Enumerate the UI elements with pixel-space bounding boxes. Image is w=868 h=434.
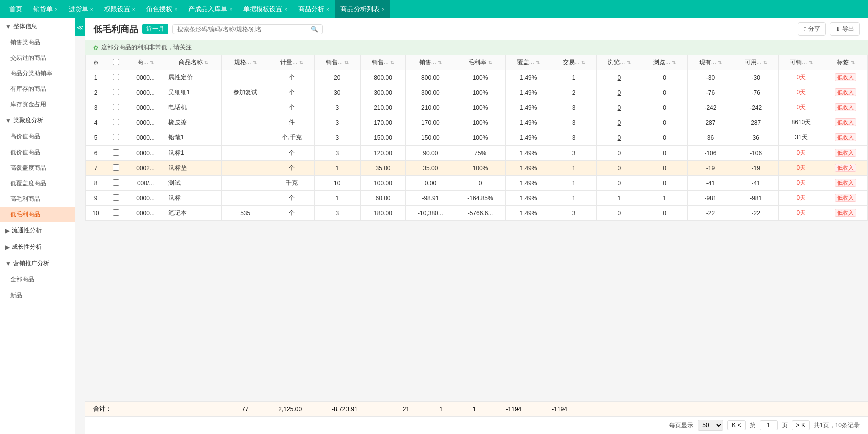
sidebar-section-circulation[interactable]: ▶ 流通性分析 — [0, 222, 75, 239]
nav-sales-order[interactable]: 销货单 × — [28, 0, 63, 18]
sidebar-section-cluster[interactable]: ▼ 类聚度分析 — [0, 112, 75, 129]
sidebar-item-low-margin[interactable]: 低毛利商品 — [0, 207, 75, 222]
views-link[interactable]: 0 — [618, 119, 621, 126]
col-available[interactable]: 可用... ⇅ — [733, 55, 779, 70]
col-coverage[interactable]: 覆盖... ⇅ — [505, 55, 551, 70]
cell-views1[interactable]: 0 — [597, 130, 642, 146]
row-checkbox[interactable] — [113, 149, 119, 156]
sidebar-collapse-button[interactable]: ≪ — [75, 18, 85, 36]
cell-views1[interactable]: 0 — [597, 100, 642, 115]
row-checkbox[interactable] — [113, 89, 119, 95]
col-sales-profit[interactable]: 销售... ⇅ — [406, 55, 455, 70]
first-page-button[interactable]: K < — [727, 420, 745, 430]
sidebar-item-inventory-capital[interactable]: 库存资金占用 — [0, 97, 75, 112]
search-input[interactable] — [177, 26, 311, 33]
nav-purchase-order[interactable]: 进货单 × — [64, 0, 98, 18]
row-checkbox[interactable] — [113, 164, 119, 171]
cell-checkbox[interactable] — [106, 206, 126, 221]
sidebar-item-sales-products[interactable]: 销售类商品 — [0, 35, 75, 50]
sidebar-item-low-value[interactable]: 低价值商品 — [0, 144, 75, 160]
nav-permission[interactable]: 权限设置 × — [99, 0, 140, 18]
cell-views1[interactable]: 1 — [597, 191, 642, 206]
row-checkbox[interactable] — [113, 194, 119, 201]
views-link[interactable]: 0 — [618, 134, 621, 141]
views-link[interactable]: 0 — [618, 150, 621, 157]
cell-views1[interactable]: 0 — [597, 206, 642, 221]
cell-views1[interactable]: 0 — [597, 161, 642, 176]
share-button[interactable]: ⤴ 分享 — [798, 22, 826, 36]
cell-views1[interactable]: 0 — [597, 146, 642, 161]
nav-home[interactable]: 首页 — [4, 0, 27, 18]
nav-product-in[interactable]: 产成品入库单 × — [183, 0, 237, 18]
cell-checkbox[interactable] — [106, 146, 126, 161]
row-checkbox[interactable] — [113, 209, 119, 216]
cell-checkbox[interactable] — [106, 85, 126, 100]
col-current[interactable]: 现有... ⇅ — [687, 55, 733, 70]
export-button[interactable]: ⬇ 导出 — [830, 22, 860, 36]
col-spec[interactable]: 规格... ⇅ — [222, 55, 269, 70]
row-checkbox[interactable] — [113, 179, 119, 186]
row-checkbox[interactable] — [113, 119, 119, 125]
date-filter-button[interactable]: 近一月 — [142, 24, 168, 34]
col-checkbox[interactable] — [106, 55, 126, 70]
cell-views1[interactable]: 0 — [597, 115, 642, 130]
views-link[interactable]: 0 — [618, 104, 621, 111]
nav-close-template[interactable]: × — [284, 7, 287, 12]
last-page-button[interactable]: > K — [792, 420, 810, 430]
nav-close-sales[interactable]: × — [55, 7, 58, 12]
cell-views1[interactable]: 0 — [597, 70, 642, 85]
cell-checkbox[interactable] — [106, 70, 126, 85]
sidebar-item-high-value[interactable]: 高价值商品 — [0, 129, 75, 144]
col-gross-margin[interactable]: 毛利率 ⇅ — [455, 55, 505, 70]
select-all-checkbox[interactable] — [113, 59, 119, 65]
col-sales-qty[interactable]: 销售... ⇅ — [314, 55, 360, 70]
nav-close-permission[interactable]: × — [132, 7, 135, 12]
sidebar-item-all-products[interactable]: 全部商品 — [0, 272, 75, 287]
cell-views1[interactable]: 0 — [597, 176, 642, 191]
cell-checkbox[interactable] — [106, 191, 126, 206]
col-settings[interactable]: ⚙ — [86, 55, 106, 70]
cell-checkbox[interactable] — [106, 161, 126, 176]
nav-close-analysis[interactable]: × — [326, 7, 329, 12]
row-checkbox[interactable] — [113, 134, 119, 140]
cell-checkbox[interactable] — [106, 100, 126, 115]
sidebar-item-traded-products[interactable]: 交易过的商品 — [0, 50, 75, 66]
sidebar-item-stocked-products[interactable]: 有库存的商品 — [0, 81, 75, 97]
sidebar-section-marketing[interactable]: ▼ 营销推广分析 — [0, 255, 75, 272]
nav-close-role[interactable]: × — [175, 7, 178, 12]
nav-product-analysis[interactable]: 商品分析 × — [293, 0, 334, 18]
nav-analysis-list[interactable]: 商品分析列表 × — [335, 0, 390, 18]
nav-role-auth[interactable]: 角色授权 × — [141, 0, 183, 18]
cell-checkbox[interactable] — [106, 130, 126, 146]
views-link[interactable]: 0 — [618, 74, 621, 81]
col-code[interactable]: 商... ⇅ — [126, 55, 165, 70]
views-link[interactable]: 0 — [618, 89, 621, 96]
nav-close-product-in[interactable]: × — [229, 7, 232, 12]
nav-close-analysis-list[interactable]: × — [382, 7, 385, 12]
sidebar-item-new-products[interactable]: 新品 — [0, 287, 75, 303]
nav-template[interactable]: 单据模板设置 × — [238, 0, 292, 18]
col-name[interactable]: 商品名称 ⇅ — [165, 55, 222, 70]
sidebar-item-high-margin[interactable]: 高毛利商品 — [0, 191, 75, 207]
search-box[interactable]: 🔍 — [172, 24, 323, 34]
col-views2[interactable]: 浏览... ⇅ — [642, 55, 687, 70]
nav-close-purchase[interactable]: × — [90, 7, 93, 12]
page-number-input[interactable] — [760, 420, 778, 430]
row-checkbox[interactable] — [113, 104, 119, 110]
sidebar-section-overall[interactable]: ▼ 整体信息 — [0, 18, 75, 35]
views-link[interactable]: 1 — [618, 195, 621, 202]
sidebar-item-category-rate[interactable]: 商品分类助销率 — [0, 66, 75, 81]
sidebar-section-growth[interactable]: ▶ 成长性分析 — [0, 239, 75, 255]
views-link[interactable]: 0 — [618, 165, 621, 172]
cell-checkbox[interactable] — [106, 176, 126, 191]
sidebar-item-high-coverage[interactable]: 高覆盖度商品 — [0, 160, 75, 176]
sidebar-item-low-coverage[interactable]: 低覆盖度商品 — [0, 176, 75, 191]
cell-views1[interactable]: 0 — [597, 85, 642, 100]
search-icon[interactable]: 🔍 — [311, 26, 318, 33]
col-sellable[interactable]: 可销... ⇅ — [779, 55, 824, 70]
row-checkbox[interactable] — [113, 74, 119, 80]
col-unit[interactable]: 计量... ⇅ — [269, 55, 315, 70]
cell-checkbox[interactable] — [106, 115, 126, 130]
col-trade[interactable]: 交易... ⇅ — [551, 55, 597, 70]
views-link[interactable]: 0 — [618, 210, 621, 217]
